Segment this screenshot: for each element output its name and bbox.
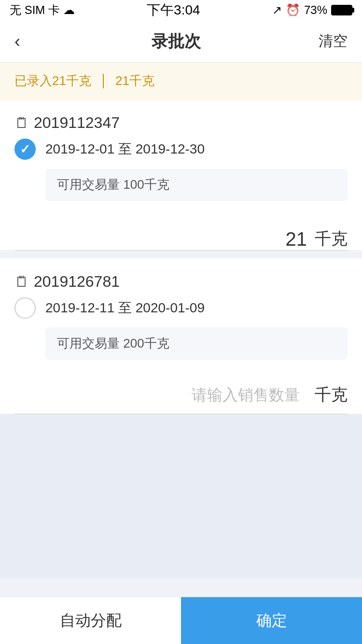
batch2-radio[interactable]: [14, 297, 36, 319]
card-separator-1: [0, 251, 362, 258]
batch2-card: 🗒 2019126781 2019-12-11 至 2020-01-09 可用交…: [0, 258, 362, 379]
page-title: 录批次: [152, 30, 201, 53]
status-left: 无 SIM 卡 ☁: [10, 2, 75, 18]
battery-percent: 73%: [304, 3, 327, 17]
batch2-id: 2019126781: [34, 273, 120, 291]
batch1-icon: 🗒: [14, 115, 29, 131]
batch1-card: 🗒 2019112347 2019-12-01 至 2019-12-30 可用交…: [0, 99, 362, 220]
auto-assign-button[interactable]: 自动分配: [0, 597, 181, 644]
batch1-date-range: 2019-12-01 至 2019-12-30: [45, 140, 205, 158]
batch2-quantity-input[interactable]: [14, 386, 307, 404]
location-icon: ↗: [272, 3, 282, 17]
batch2-quantity-input-row[interactable]: 千克: [0, 379, 362, 414]
main-content: 已录入21千克 21千克 🗒 2019112347 2019-12-01 至 2…: [0, 63, 362, 626]
battery-icon: [331, 5, 352, 15]
total-amount: 21千克: [115, 72, 154, 89]
batch1-availability: 可用交易量 100千克: [45, 168, 348, 201]
summary-divider: [103, 74, 104, 88]
batch2-date-range: 2019-12-11 至 2020-01-09: [45, 299, 205, 317]
batch1-quantity-value: 21: [286, 228, 307, 250]
sim-status: 无 SIM 卡 ☁: [10, 2, 75, 18]
nav-bar: ‹ 录批次 清空: [0, 20, 362, 63]
batch1-quantity-unit: 千克: [315, 228, 348, 250]
status-time: 下午3:04: [147, 1, 200, 19]
batch2-icon: 🗒: [14, 274, 29, 290]
batch2-availability: 可用交易量 200千克: [45, 327, 348, 360]
batch1-date-row[interactable]: 2019-12-01 至 2019-12-30: [14, 139, 348, 160]
batch1-quantity-row: 21 千克: [0, 220, 362, 250]
bottom-empty-area: [0, 414, 362, 578]
footer: 自动分配 确定: [0, 597, 362, 644]
back-button[interactable]: ‹: [14, 31, 43, 52]
batch2-id-row: 🗒 2019126781: [14, 273, 348, 291]
clear-button[interactable]: 清空: [309, 31, 348, 51]
status-bar: 无 SIM 卡 ☁ 下午3:04 ↗ ⏰ 73%: [0, 0, 362, 20]
batch2-quantity-unit: 千克: [315, 384, 348, 406]
confirm-button[interactable]: 确定: [181, 597, 362, 644]
batch1-id: 2019112347: [34, 114, 120, 132]
alarm-icon: ⏰: [286, 3, 300, 17]
entered-amount: 已录入21千克: [14, 72, 91, 89]
batch2-date-row[interactable]: 2019-12-11 至 2020-01-09: [14, 297, 348, 319]
status-right: ↗ ⏰ 73%: [272, 3, 352, 17]
summary-bar: 已录入21千克 21千克: [0, 63, 362, 99]
batch1-id-row: 🗒 2019112347: [14, 114, 348, 132]
batch1-radio[interactable]: [14, 139, 36, 160]
